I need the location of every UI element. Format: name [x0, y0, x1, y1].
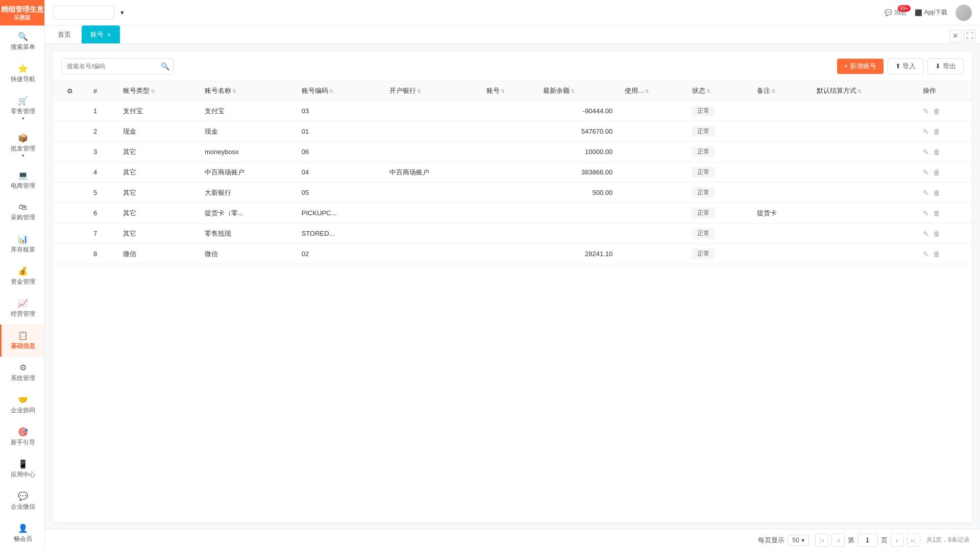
fullscreen-icon: ⛶ — [966, 32, 973, 40]
col-status[interactable]: 状态⇅ — [686, 81, 750, 101]
topbar-dropdown[interactable]: ▾ — [120, 9, 124, 16]
app-download-button[interactable]: ⬛ App下载 — [915, 8, 947, 17]
edit-button[interactable]: ✎ — [923, 209, 929, 217]
last-page-button[interactable]: ▸| — [907, 534, 920, 547]
search-button[interactable]: 🔍 — [157, 58, 173, 74]
prev-page-button[interactable]: ◂ — [831, 534, 845, 547]
tab-account[interactable]: 账号✕ — [82, 26, 120, 43]
total-info: 共1页，8条记录 — [926, 536, 970, 544]
edit-button[interactable]: ✎ — [923, 230, 929, 238]
row-status: 正常 — [686, 203, 750, 223]
row-balance: -90444.00 — [537, 101, 619, 121]
edit-button[interactable]: ✎ — [923, 107, 929, 115]
col-label-bank: 开户银行 — [389, 87, 416, 94]
sidebar-item-enterprise-wechat[interactable]: 💬 企业微信 — [0, 485, 44, 517]
sidebar-item-basic-info[interactable]: 📋 基础信息 — [0, 324, 44, 357]
sidebar-item-newbie-guide[interactable]: 🎯 新手引导 — [0, 421, 44, 453]
col-account[interactable]: 账号⇅ — [480, 81, 537, 101]
sidebar-item-inventory[interactable]: 📊 库存核算 — [0, 228, 44, 260]
import-button[interactable]: ⬆ 导入 — [888, 58, 924, 74]
row-default-settlement — [811, 101, 917, 121]
col-balance[interactable]: 最新余额⇅ — [537, 81, 619, 101]
export-button[interactable]: ⬇ 导出 — [927, 58, 964, 74]
ecommerce-mgmt-icon: 💻 — [18, 170, 28, 180]
delete-button[interactable]: 🗑 — [933, 168, 940, 177]
page-number-input[interactable] — [857, 534, 878, 547]
avatar[interactable] — [955, 5, 972, 21]
edit-button[interactable]: ✎ — [923, 168, 929, 177]
table-row: 6其它提货卡（零...PICKUPC...正常提货卡 ✎ 🗑 — [53, 203, 972, 223]
col-label-name: 账号名称 — [205, 87, 231, 94]
row-index: 8 — [87, 244, 117, 264]
sidebar-item-label: 新手引导 — [11, 438, 35, 447]
fullscreen-button[interactable]: ⛶ — [964, 30, 976, 42]
sidebar-item-retail-mgmt[interactable]: 🛒 零售管理 ▾ — [0, 90, 44, 127]
delete-button[interactable]: 🗑 — [933, 148, 940, 156]
sidebar-item-search-menu[interactable]: 🔍 搜索菜单 — [0, 26, 44, 58]
row-settings — [53, 244, 87, 264]
col-notes[interactable]: 备注⇅ — [751, 81, 811, 101]
sidebar-item-member[interactable]: 👤 畅会员 — [0, 517, 44, 549]
row-code: STORED... — [296, 223, 383, 244]
col-usage[interactable]: 使用...⇅ — [619, 81, 686, 101]
delete-button[interactable]: 🗑 — [933, 107, 940, 115]
edit-button[interactable]: ✎ — [923, 189, 929, 197]
delete-button[interactable]: 🗑 — [933, 209, 940, 217]
add-account-button[interactable]: + 新增账号 — [837, 59, 884, 74]
row-bank — [383, 244, 480, 264]
sidebar-item-system-mgmt[interactable]: ⚙ 系统管理 — [0, 357, 44, 389]
account-search-input[interactable] — [62, 59, 157, 74]
sidebar-item-enterprise-agreement[interactable]: 🤝 企业协同 — [0, 389, 44, 421]
row-notes — [751, 121, 811, 142]
sidebar-item-quick-nav[interactable]: ⭐ 快捷导航 — [0, 58, 44, 90]
tabs-actions: ✕ ⛶ — [949, 30, 976, 42]
col-code[interactable]: 账号编码⇅ — [296, 81, 383, 101]
row-balance: 500.00 — [537, 183, 619, 203]
row-settings — [53, 203, 87, 223]
col-type[interactable]: 账号类型⇅ — [117, 81, 199, 101]
sidebar-item-app-center[interactable]: 📱 应用中心 — [0, 453, 44, 485]
purchase-mgmt-icon: 🛍 — [19, 203, 27, 212]
row-usage — [619, 223, 686, 244]
action-btns: ✎ 🗑 — [923, 168, 966, 177]
delete-button[interactable]: 🗑 — [933, 189, 940, 197]
row-bank — [383, 101, 480, 121]
row-name: 大新银行 — [199, 183, 296, 203]
row-account — [480, 121, 537, 142]
sidebar-item-label: 企业协同 — [11, 406, 35, 415]
tab-label: 首页 — [58, 30, 71, 39]
settings-icon[interactable]: ⚙ — [67, 87, 73, 95]
row-name: 零售抵现 — [199, 223, 296, 244]
row-name: 现金 — [199, 121, 296, 142]
edit-button[interactable]: ✎ — [923, 128, 929, 136]
topbar-search-input[interactable] — [53, 6, 114, 20]
edit-button[interactable]: ✎ — [923, 250, 929, 258]
msg-button[interactable]: 💬 消息 99+ — [885, 8, 906, 17]
sidebar-item-operation-mgmt[interactable]: 📈 经营管理 — [0, 292, 44, 324]
close-tab-button[interactable]: ✕ — [949, 30, 962, 42]
tab-home[interactable]: 首页 — [49, 26, 80, 43]
row-action: ✎ 🗑 — [917, 121, 972, 142]
page-size-select-box[interactable]: 50 ▾ — [788, 535, 808, 546]
sidebar-item-label: 采购管理 — [11, 213, 35, 222]
col-bank[interactable]: 开户银行⇅ — [383, 81, 480, 101]
col-name[interactable]: 账号名称⇅ — [199, 81, 296, 101]
sidebar-item-ecommerce-mgmt[interactable]: 💻 电商管理 — [0, 164, 44, 196]
status-badge: 正常 — [692, 106, 715, 116]
row-code: 04 — [296, 162, 383, 183]
sidebar-item-wholesale-mgmt[interactable]: 📦 批发管理 ▾ — [0, 127, 44, 164]
col-default_settlement[interactable]: 默认结算方式⇅ — [811, 81, 917, 101]
first-page-button[interactable]: |◂ — [815, 534, 828, 547]
next-page-button[interactable]: ▸ — [891, 534, 904, 547]
row-index: 5 — [87, 183, 117, 203]
newbie-guide-icon: 🎯 — [18, 427, 28, 437]
delete-button[interactable]: 🗑 — [933, 250, 940, 258]
sidebar-item-purchase-mgmt[interactable]: 🛍 采购管理 — [0, 196, 44, 228]
delete-button[interactable]: 🗑 — [933, 230, 940, 238]
row-balance — [537, 223, 619, 244]
edit-button[interactable]: ✎ — [923, 148, 929, 156]
delete-button[interactable]: 🗑 — [933, 128, 940, 136]
sidebar-item-label: 经营管理 — [11, 310, 35, 318]
tab-close-icon[interactable]: ✕ — [107, 32, 111, 38]
sidebar-item-finance-mgmt[interactable]: 💰 资金管理 — [0, 260, 44, 292]
